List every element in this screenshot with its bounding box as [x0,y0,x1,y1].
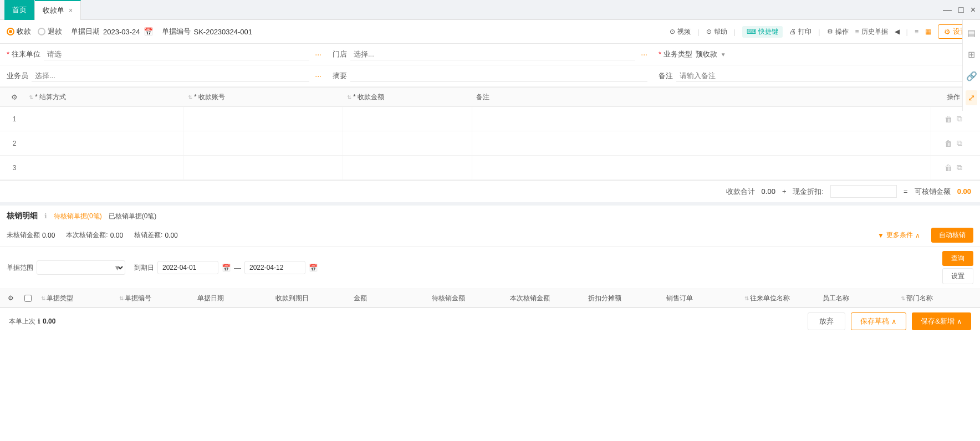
sidebar-expand-icon[interactable]: ⤢ [966,90,977,105]
date-calendar-icon[interactable]: 📅 [144,27,153,36]
due-date-field: 到期日 📅 — 📅 [134,261,318,274]
row-2-delete-icon[interactable]: 🗑 [945,139,952,148]
query-button[interactable]: 查询 [942,251,973,266]
counterpart-label: 往来单位 [7,49,40,59]
row-3-settlement[interactable] [24,156,183,180]
tab-close-icon[interactable]: × [69,7,73,14]
date-field-group: 单据日期 2023-03-24 📅 [71,27,153,37]
store-input[interactable] [350,48,635,60]
salesperson-more-icon[interactable]: ··· [315,71,321,80]
summary-input[interactable] [350,70,647,82]
pending-bills-tag[interactable]: 待核销单据(0笔) [54,212,102,221]
row-3-amount[interactable] [343,156,472,180]
bottom-info-icon[interactable]: ℹ [38,317,40,325]
history-btn[interactable]: ≡ 历史单据 [855,27,888,37]
writeoff-info-icon[interactable]: ℹ [44,212,47,220]
row-3-account[interactable] [183,156,343,180]
window-minimize-icon[interactable]: — [943,5,952,15]
grid-btn[interactable]: ▦ [925,28,931,35]
tab-current[interactable]: 收款单 × [35,0,81,20]
select-all-checkbox[interactable] [24,295,32,302]
salesperson-input[interactable] [32,70,309,82]
video-label: 视频 [677,27,691,37]
more-conditions-btn[interactable]: ▼ 更多条件 ∧ [877,230,920,240]
table-settings-icon[interactable]: ⚙ [4,93,24,101]
sidebar-link-icon[interactable]: 🔗 [964,69,979,84]
date-to-input[interactable] [244,261,305,274]
counterpart-more-icon[interactable]: ··· [315,50,321,59]
row-1-account[interactable] [183,107,343,131]
row-2-remark[interactable] [472,131,931,155]
view-switch-btn[interactable]: ≡ [915,28,918,35]
summary-discount-input[interactable] [830,185,897,198]
bottom-info-label: 本单上次 [9,317,35,326]
summary-equals: = [904,187,908,196]
row-2-account[interactable] [183,131,343,155]
ops-label: 操作 [835,27,849,37]
print-btn[interactable]: 🖨 打印 [789,27,811,37]
sort-counterpart-icon[interactable]: ⇅ [744,295,749,301]
date-from-input[interactable] [157,261,218,274]
row-3-copy-icon[interactable]: ⧉ [957,163,962,172]
settings-small-button[interactable]: 设置 [942,268,973,284]
bth-sales-order: 销售订单 [663,294,741,303]
counterpart-input[interactable] [44,48,310,60]
row-1-settlement[interactable] [24,107,183,131]
bth-settings[interactable]: ⚙ [4,294,21,302]
help-btn[interactable]: ⊙ 帮助 [706,27,727,37]
bill-no-value[interactable]: SK-20230324-001 [194,28,253,36]
shortcut-btn[interactable]: ⌨ 快捷键 [742,26,783,38]
row-1-remark[interactable] [472,107,931,131]
remark-input[interactable] [676,70,973,82]
right-sidebar: ▤ ⊞ 🔗 ⤢ [962,20,980,111]
chevron-up-icon: ∧ [915,232,920,239]
shortcut-label: 快捷键 [758,27,778,37]
row-1-amount[interactable] [343,107,472,131]
sort-amount-icon[interactable]: ⇅ [347,94,351,100]
form-row-1: 往来单位 ··· 门店 ··· 业务类型 预收款 ▼ [0,44,980,65]
abandon-button[interactable]: 放弃 [808,312,845,330]
bottom-actions: 放弃 保存草稿 ∧ 保存&新增 ∧ [808,312,971,330]
save-new-button[interactable]: 保存&新增 ∧ [912,312,971,330]
row-3-remark[interactable] [472,156,931,180]
sort-settlement-icon[interactable]: ⇅ [29,94,33,100]
shortcut-icon: ⌨ [747,28,756,35]
bill-range-select[interactable] [37,260,125,275]
date-from-calendar-icon[interactable]: 📅 [222,264,231,272]
date-value[interactable]: 2023-03-24 [103,28,140,36]
row-2-copy-icon[interactable]: ⧉ [957,139,962,148]
bth-due-date: 收款到期日 [272,294,350,303]
writeoff-section: 核销明细 ℹ 待核销单据(0笔) 已核销单据(0笔) 未核销金额 0.00 本次… [0,202,980,441]
sort-account-icon[interactable]: ⇅ [188,94,192,100]
sidebar-table-icon[interactable]: ▤ [965,25,978,40]
tab-home[interactable]: 首页 [4,0,35,20]
row-3-delete-icon[interactable]: 🗑 [945,163,952,172]
window-close-icon[interactable]: × [971,5,976,15]
sort-bill-no-icon[interactable]: ⇅ [119,295,124,301]
auto-writeoff-button[interactable]: 自动核销 [931,228,973,243]
row-2-amount[interactable] [343,131,472,155]
video-btn[interactable]: ⊙ 视频 [670,27,691,37]
summary-row: 收款合计 0.00 + 现金折扣: = 可核销金额 0.00 [0,181,980,202]
receipt-radio[interactable]: 收款 [7,27,31,37]
row-1-copy-icon[interactable]: ⧉ [957,114,962,124]
ops-btn[interactable]: ⚙ 操作 [827,27,849,37]
done-bills-tag[interactable]: 已核销单据(0笔) [109,212,157,221]
biz-type-arrow-icon[interactable]: ▼ [721,52,726,58]
date-to-calendar-icon[interactable]: 📅 [309,264,318,272]
nav-left-btn[interactable]: ◀ [895,28,900,35]
row-2-ops: 🗑 ⧉ [931,131,976,155]
sort-bill-type-icon[interactable]: ⇅ [41,295,45,301]
sidebar-grid-icon[interactable]: ⊞ [966,47,977,62]
biz-type-value: 预收款 [696,49,717,59]
window-restore-icon[interactable]: □ [958,5,964,15]
bth-dept: ⇅ 部门名称 [897,294,976,303]
store-label: 门店 [333,49,347,59]
store-more-icon[interactable]: ··· [641,50,647,59]
refund-radio[interactable]: 退款 [38,27,62,37]
row-2-settlement[interactable] [24,131,183,155]
row-1-delete-icon[interactable]: 🗑 [945,115,952,124]
save-draft-button[interactable]: 保存草稿 ∧ [851,312,906,330]
bill-range-label: 单据范围 [7,263,33,273]
sort-dept-icon[interactable]: ⇅ [901,295,905,301]
